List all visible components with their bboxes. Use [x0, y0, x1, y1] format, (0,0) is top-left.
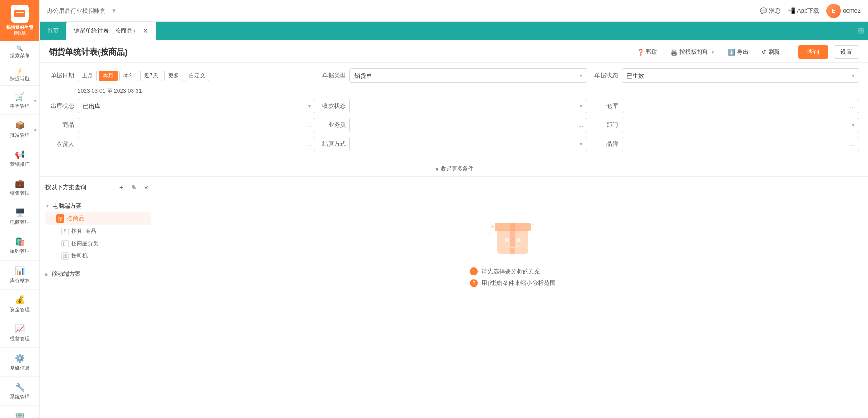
department-select[interactable] — [622, 118, 859, 132]
add-scheme-btn[interactable]: + — [116, 182, 126, 192]
filter-row-1: 单据日期 上月 本月 本年 近7天 更多 自定义 — [49, 68, 859, 83]
recv-status-select[interactable] — [349, 99, 587, 113]
warehouse-input[interactable] — [622, 99, 859, 113]
warehouse-dots-icon[interactable]: … — [850, 103, 855, 109]
product-dots-icon[interactable]: … — [306, 122, 311, 128]
export-label: 导出 — [737, 48, 749, 56]
date-label: 单据日期 — [49, 71, 74, 80]
main-area: 办公用品行业模拟账套 ▼ 💬 消息 📲 App下载 E demo2 首页 销货单… — [40, 0, 868, 418]
refresh-btn[interactable]: ↺ 刷新 — [758, 46, 783, 58]
sidebar-item-enterprise[interactable]: 🏢 企业协同 — [0, 406, 39, 418]
filter-date-item: 单据日期 上月 本月 本年 近7天 更多 自定义 — [49, 71, 315, 81]
by-month-label: 按月+商品 — [71, 228, 96, 235]
settings-button[interactable]: 设置 — [834, 45, 859, 59]
tab-expand-btn[interactable]: ⊞ — [858, 26, 864, 36]
inventory-icon: 📊 — [15, 266, 25, 276]
doc-type-select[interactable]: 销货单 — [349, 68, 587, 83]
message-btn[interactable]: 💬 消息 — [760, 7, 781, 15]
page-title: 销货单统计表(按商品) — [49, 47, 127, 57]
quick-nav-item[interactable]: ⚡ 快捷导航 — [0, 64, 39, 86]
enterprise-icon: 🏢 — [15, 411, 25, 418]
svg-point-10 — [532, 223, 534, 225]
svg-point-6 — [505, 238, 509, 242]
print-btn[interactable]: 🖨️ 按模板打印 ▼ — [667, 46, 719, 58]
date-this-month-btn[interactable]: 本月 — [99, 71, 118, 81]
page-inner: 销货单统计表(按商品) ❓ 帮助 🖨️ 按模板打印 ▼ ⬇️ 导出 — [40, 40, 868, 418]
page-actions: ❓ 帮助 🖨️ 按模板打印 ▼ ⬇️ 导出 ↺ 刷新 — [633, 45, 859, 59]
hint-2-text: 用[过滤]条件来缩小分析范围 — [481, 279, 555, 287]
date-custom-btn[interactable]: 自定义 — [185, 71, 209, 81]
salesperson-input[interactable] — [349, 118, 587, 132]
basics-icon: ⚙️ — [15, 353, 25, 363]
search-icon: 🔍 — [16, 45, 23, 52]
salesperson-dots-icon[interactable]: … — [578, 122, 584, 128]
receiver-dots-icon[interactable]: … — [306, 141, 311, 147]
brand-dots-icon[interactable]: … — [850, 141, 855, 147]
edit-scheme-btn[interactable]: ✎ — [129, 182, 139, 192]
help-btn[interactable]: ❓ 帮助 — [633, 46, 661, 58]
collapse-bar[interactable]: ∧ 收起更多条件 — [40, 162, 868, 177]
date-last-month-btn[interactable]: 上月 — [78, 71, 97, 81]
filter-salesperson-item: 业务员 … — [321, 118, 587, 132]
scheme-item-by-product[interactable]: 按 按商品 — [45, 212, 151, 225]
scheme-item-by-driver[interactable]: 按 按司机 — [45, 250, 151, 262]
warehouse-label: 仓库 — [593, 102, 618, 110]
tab-sales-stat[interactable]: 销货单统计表（按商品） ✕ — [66, 22, 156, 40]
receiver-input[interactable] — [78, 137, 315, 151]
date-more-btn[interactable]: 更多 — [164, 71, 183, 81]
right-panel: 1 请先选择要分析的方案 2 用[过滤]条件来缩小分析范围 — [157, 177, 868, 318]
out-status-select[interactable]: 已出库 — [78, 99, 315, 113]
sidebar-item-ecommerce[interactable]: 🖥️ 电商管理 — [0, 202, 39, 231]
filter-recv-status-item: 收款状态 ▼ — [321, 99, 587, 113]
procurement-icon: 🛍️ — [15, 237, 25, 247]
search-menu-item[interactable]: 🔍 搜索菜单 — [0, 41, 39, 64]
scheme-item-by-month-product[interactable]: 月 按月+商品 — [45, 225, 151, 238]
sidebar-item-procurement[interactable]: 🛍️ 采购管理 — [0, 231, 39, 260]
sidebar-item-retail[interactable]: 🛒 零售管理 ▼ — [0, 86, 39, 115]
export-btn[interactable]: ⬇️ 导出 — [724, 46, 752, 58]
sidebar-item-marketing[interactable]: 📢 营销推广 — [0, 144, 39, 173]
warehouse-control: … — [622, 99, 859, 113]
sidebar: 畅捷通好生意 标账版 🔍 搜索菜单 ⚡ 快捷导航 🛒 零售管理 ▼ 📦 批发管理… — [0, 0, 40, 418]
collapse-scheme-btn[interactable]: « — [142, 182, 151, 192]
finance-icon: 💰 — [15, 295, 25, 305]
user-profile[interactable]: E demo2 — [826, 4, 861, 18]
empty-illustration — [486, 204, 540, 258]
department-label: 部门 — [593, 121, 618, 129]
date-this-year-btn[interactable]: 本年 — [119, 71, 138, 81]
date-last7-btn[interactable]: 近7天 — [140, 71, 162, 81]
product-input[interactable] — [78, 118, 315, 132]
brand-control: … — [622, 137, 859, 151]
doc-status-select[interactable]: 已生效 — [622, 68, 859, 83]
brand-input[interactable] — [622, 137, 859, 151]
tab-home[interactable]: 首页 — [40, 22, 66, 40]
out-status-label: 出库状态 — [49, 102, 74, 110]
header-left: 办公用品行业模拟账套 ▼ — [47, 7, 118, 15]
empty-hint-1: 1 请先选择要分析的方案 — [470, 267, 555, 276]
print-dropdown-icon: ▼ — [711, 50, 715, 55]
sidebar-item-sales[interactable]: 💼 销售管理 — [0, 173, 39, 202]
pc-scheme-group: ▼ 电脑端方案 按 按商品 月 按月+商品 目 — [40, 196, 157, 266]
mobile-group-title[interactable]: ▶ 移动端方案 — [45, 267, 151, 281]
pc-scheme-group-title[interactable]: ▼ 电脑端方案 — [45, 200, 151, 212]
scheme-item-by-category[interactable]: 目 按商品分类 — [45, 238, 151, 250]
sidebar-item-basics[interactable]: ⚙️ 基础信息 — [0, 348, 39, 377]
mobile-group-label: 移动端方案 — [52, 270, 81, 278]
sidebar-item-system[interactable]: 🔧 系统管理 — [0, 377, 39, 406]
app-download-icon: 📲 — [788, 7, 795, 14]
sidebar-item-wholesale[interactable]: 📦 批发管理 ▲ — [0, 115, 39, 144]
help-icon: ❓ — [637, 49, 644, 56]
sidebar-item-finance[interactable]: 💰 资金管理 — [0, 290, 39, 318]
collapse-label: 收起更多条件 — [441, 165, 473, 173]
app-download-btn[interactable]: 📲 App下载 — [788, 7, 819, 15]
filter-warehouse-item: 仓库 … — [593, 99, 859, 113]
sidebar-item-operations[interactable]: 📈 经营管理 — [0, 318, 39, 347]
tab-close-icon[interactable]: ✕ — [143, 27, 148, 34]
payment-select[interactable] — [349, 137, 587, 151]
product-label: 商品 — [49, 121, 74, 129]
sidebar-item-inventory[interactable]: 📊 库存核算 — [0, 261, 39, 290]
page-content: 销货单统计表(按商品) ❓ 帮助 🖨️ 按模板打印 ▼ ⬇️ 导出 — [40, 40, 868, 418]
message-icon: 💬 — [760, 7, 767, 14]
query-button[interactable]: 查询 — [798, 45, 828, 59]
collapse-scheme-icon: « — [145, 184, 148, 191]
